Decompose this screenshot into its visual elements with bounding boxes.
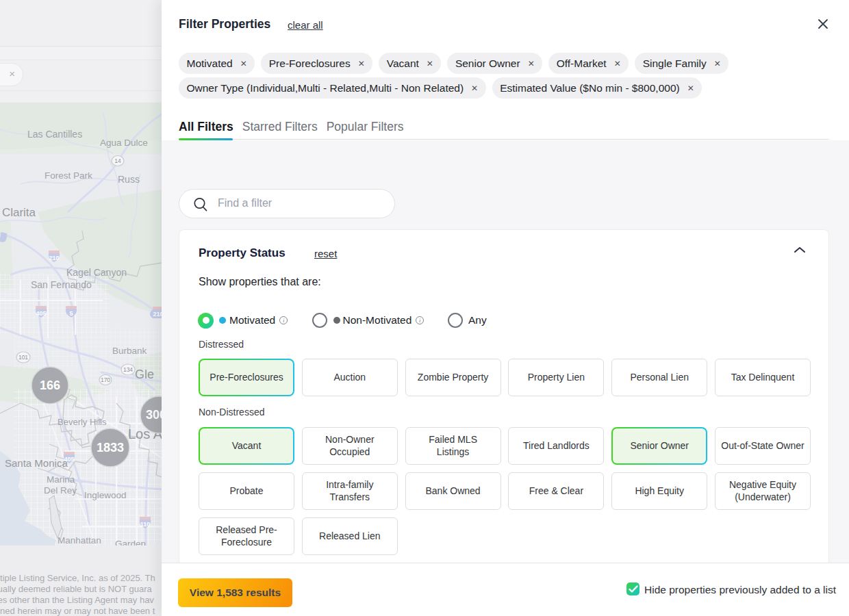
svg-text:300: 300 [146, 408, 162, 422]
svg-text:14: 14 [114, 157, 121, 164]
svg-text:1833: 1833 [97, 441, 124, 454]
svg-text:Burbank: Burbank [112, 346, 147, 356]
svg-text:Manhattan: Manhattan [58, 535, 101, 546]
svg-text:405: 405 [36, 310, 46, 317]
svg-text:Forest Park: Forest Park [45, 170, 92, 181]
svg-text:Del Rey: Del Rey [44, 485, 77, 496]
svg-text:210: 210 [49, 255, 59, 261]
svg-text:170: 170 [101, 376, 110, 383]
svg-text:San Fernando: San Fernando [31, 279, 92, 290]
svg-text:Kagel Canyon: Kagel Canyon [66, 267, 127, 278]
svg-text:Las Cantilles: Las Cantilles [27, 129, 82, 140]
svg-text:Beverly Hills: Beverly Hills [58, 417, 107, 427]
svg-text:Russ: Russ [118, 174, 140, 185]
svg-text:ta Clarita: ta Clarita [0, 206, 36, 219]
svg-text:Inglewood: Inglewood [84, 490, 127, 500]
svg-text:101: 101 [18, 354, 28, 361]
svg-text:Agua Dulce: Agua Dulce [100, 138, 148, 148]
svg-text:210: 210 [153, 311, 162, 318]
svg-text:405: 405 [64, 456, 74, 463]
svg-text:Marina: Marina [47, 474, 75, 485]
svg-text:110: 110 [140, 521, 151, 528]
svg-text:Garden: Garden [115, 539, 146, 546]
svg-text:Santa Monica: Santa Monica [5, 457, 68, 469]
svg-text:134: 134 [123, 366, 133, 373]
svg-text:166: 166 [40, 378, 60, 392]
svg-text:5: 5 [69, 310, 73, 317]
svg-text:Gle: Gle [135, 368, 154, 381]
